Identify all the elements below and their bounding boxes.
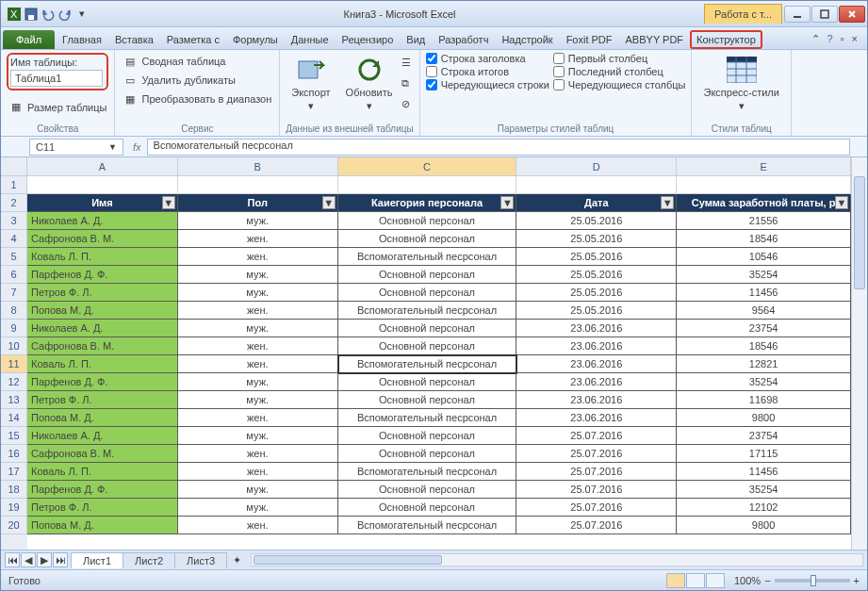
ribbon-tab-разметка с[interactable]: Разметка с [160,30,226,49]
cell[interactable]: 23754 [677,320,851,337]
formula-input[interactable]: Вспомогательный песрсонал [147,139,850,156]
cell[interactable]: 17115 [677,445,851,463]
cell[interactable]: Основной персонал [338,337,517,355]
open-browser-icon[interactable]: ⧉ [401,77,411,90]
cell[interactable] [677,176,851,194]
cell[interactable]: 25.05.2016 [516,266,677,284]
maximize-button[interactable] [811,6,838,23]
row-header[interactable]: 11 [1,355,27,373]
cell[interactable]: Коваль Л. П. [27,248,178,266]
cell[interactable]: Петров Ф. Л. [27,499,178,517]
cell[interactable]: жен. [178,248,338,266]
cell[interactable]: Коваль Л. П. [27,463,178,481]
horizontal-scrollbar[interactable] [251,553,863,566]
doc-close-icon[interactable]: × [852,33,858,45]
cell[interactable]: Вспомогательный песрсонал [338,517,517,534]
cell[interactable]: муж. [178,499,338,517]
total-row-checkbox[interactable]: Строка итогов [426,66,549,77]
vertical-scrollbar[interactable] [851,157,867,550]
row-header[interactable]: 8 [1,302,27,320]
cell[interactable]: Вспомогательный песрсонал [338,302,517,320]
cell[interactable]: жен. [178,445,338,463]
cell[interactable]: Основной персонал [338,427,517,445]
cell[interactable]: муж. [178,212,338,230]
cell[interactable]: муж. [178,284,338,302]
cell[interactable]: Петров Ф. Л. [27,391,178,409]
cell[interactable]: Вспомогательный песрсонал [338,248,517,266]
cell[interactable]: Основной персонал [338,266,517,284]
cell[interactable]: 11456 [677,463,851,481]
last-col-checkbox[interactable]: Последний столбец [553,66,686,77]
cell[interactable]: 12821 [677,355,851,373]
undo-icon[interactable] [41,7,56,22]
cell[interactable]: 35254 [677,373,851,391]
cell[interactable]: Парфенов Д. Ф. [27,481,178,499]
cell[interactable]: Основной персонал [338,284,517,302]
ribbon-tab-надстройк[interactable]: Надстройк [495,30,559,49]
sheet-nav-first[interactable]: ⏮ [5,552,20,567]
page-break-view-button[interactable] [706,573,725,588]
cell[interactable]: 25.05.2016 [516,284,677,302]
zoom-in-button[interactable]: + [854,575,860,586]
row-header[interactable]: 3 [1,212,27,230]
row-header[interactable]: 15 [1,427,27,445]
cell[interactable]: Основной персонал [338,391,517,409]
ribbon-minimize-icon[interactable]: ⌃ [811,33,820,45]
cell[interactable]: Парфенов Д. Ф. [27,266,178,284]
cell[interactable]: Вспомогательный песрсонал [338,409,517,427]
cell[interactable]: Попова М. Д. [27,302,178,320]
ribbon-tab-рецензиро[interactable]: Рецензиро [336,30,401,49]
row-header[interactable]: 4 [1,230,27,248]
table-name-input[interactable] [10,70,103,87]
cell[interactable]: Основной персонал [338,212,517,230]
cell[interactable]: муж. [178,373,338,391]
row-header[interactable]: 17 [1,463,27,481]
minimize-button[interactable] [784,6,811,23]
ribbon-tab-формулы[interactable]: Формулы [226,30,285,49]
cell[interactable]: 21556 [677,212,851,230]
cell[interactable]: Основной персонал [338,373,517,391]
cell[interactable]: жен. [178,337,338,355]
cell[interactable]: 25.07.2016 [516,445,677,463]
quick-styles-button[interactable]: Экспресс-стили▾ [697,53,784,114]
sheet-nav-next[interactable]: ▶ [37,552,52,567]
cell[interactable]: Основной персонал [338,230,517,248]
cell[interactable]: 23.06.2016 [516,320,677,337]
cell[interactable]: муж. [178,427,338,445]
cell[interactable]: 25.07.2016 [516,481,677,499]
export-button[interactable]: Экспорт▾ [286,53,336,114]
cell[interactable]: Вспомогательный песрсонал [338,355,517,373]
cell[interactable]: 23.06.2016 [516,409,677,427]
cell[interactable]: Сафронова В. М. [27,337,178,355]
ribbon-tab-конструктор[interactable]: Конструктор [690,30,762,49]
doc-restore-icon[interactable]: ▫ [841,33,844,45]
cell[interactable]: 23.06.2016 [516,391,677,409]
cell[interactable]: жен. [178,463,338,481]
filter-dropdown-icon[interactable]: ▼ [661,196,674,209]
cell[interactable]: Основной персонал [338,320,517,337]
cell[interactable]: Основной персонал [338,499,517,517]
ribbon-tab-abbyy pdf[interactable]: ABBYY PDF [619,30,691,49]
resize-table-button[interactable]: ▦Размер таблицы [7,99,108,116]
row-header[interactable]: 13 [1,391,27,409]
sheet-nav-prev[interactable]: ◀ [21,552,36,567]
row-header[interactable]: 9 [1,320,27,337]
row-header[interactable]: 1 [1,176,27,194]
cell[interactable]: 23.06.2016 [516,373,677,391]
cell[interactable]: Сафронова В. М. [27,445,178,463]
scroll-thumb[interactable] [854,176,865,289]
cell[interactable]: 18546 [677,230,851,248]
cell[interactable]: 25.07.2016 [516,427,677,445]
scroll-thumb[interactable] [254,555,442,565]
cell[interactable]: 11698 [677,391,851,409]
column-header[interactable]: A [27,157,178,176]
column-header[interactable]: B [178,157,338,176]
row-header[interactable]: 18 [1,481,27,499]
cell[interactable]: 35254 [677,481,851,499]
cell[interactable]: 25.07.2016 [516,517,677,534]
close-button[interactable] [839,6,865,23]
cell[interactable]: 25.05.2016 [516,230,677,248]
spreadsheet-grid[interactable]: ABCDE 1234567891011121314151617181920 Им… [1,157,867,550]
cell[interactable]: Сафронова В. М. [27,230,178,248]
cell[interactable]: 12102 [677,499,851,517]
